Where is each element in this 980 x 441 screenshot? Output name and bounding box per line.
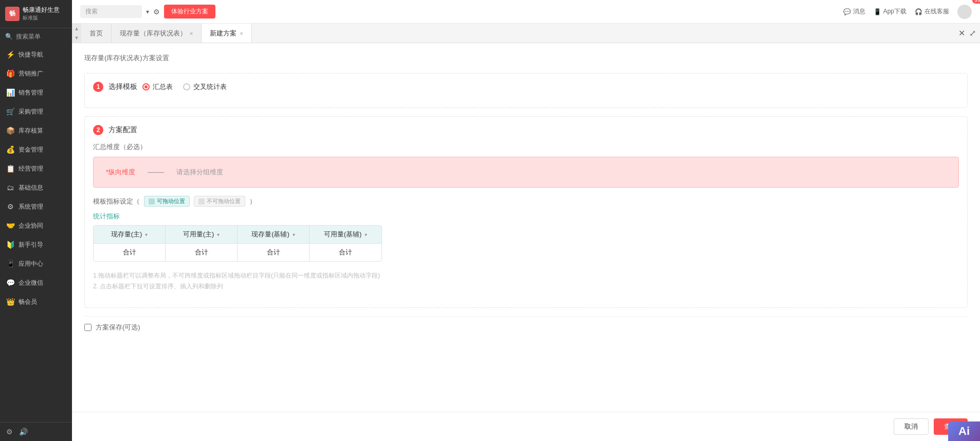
sidebar-item-wechat[interactable]: 💬 企业微信 bbox=[0, 273, 72, 292]
operations-icon: 📋 bbox=[6, 164, 14, 173]
tab-inventory[interactable]: 现存量（库存状况表） × bbox=[112, 24, 202, 43]
sidebar-nav: ⚡ 快捷导航 🎁 营销推广 📊 销售管理 🛒 采购管理 📦 库存核算 💰 资金管… bbox=[0, 45, 72, 422]
stat-col-1[interactable]: 现存量(主) ▾ bbox=[94, 226, 166, 243]
summary-dimension-label: 汇总维度（必选） bbox=[93, 142, 959, 152]
stat-col-1-label: 现存量(主) bbox=[111, 230, 142, 239]
ai-badge[interactable]: Ai bbox=[948, 421, 980, 441]
chevron-down-icon-1[interactable]: ▾ bbox=[145, 232, 148, 237]
stat-cell-3: 合计 bbox=[238, 244, 310, 261]
non-draggable-label: 不可拖动位置 bbox=[207, 197, 241, 205]
stat-col-2[interactable]: 可用量(主) ▾ bbox=[166, 226, 238, 243]
app-download-icon: 📱 bbox=[874, 8, 881, 15]
sidebar-item-label: 企业协同 bbox=[19, 222, 43, 230]
online-service-btn[interactable]: 🎧 在线客服 bbox=[915, 7, 949, 16]
sidebar-item-label: 采购管理 bbox=[19, 107, 43, 116]
chevron-down-icon-3[interactable]: ▾ bbox=[293, 232, 295, 237]
sidebar-item-label: 经营管理 bbox=[19, 164, 43, 173]
tab-inventory-label: 现存量（库存状况表） bbox=[120, 29, 187, 38]
sidebar-item-basic[interactable]: 🗂 基础信息 bbox=[0, 178, 72, 197]
non-draggable-color-box bbox=[198, 198, 205, 205]
marketing-icon: 🎁 bbox=[6, 69, 14, 78]
sidebar-item-cooperation[interactable]: 🤝 企业协同 bbox=[0, 216, 72, 235]
tab-home-label: 首页 bbox=[89, 29, 103, 38]
arrow-down-icon: ▼ bbox=[74, 35, 79, 41]
page-title: 现存量(库存状况表)方案设置 bbox=[84, 53, 968, 63]
dimension-placeholder: 请选择分组维度 bbox=[176, 168, 223, 177]
section-2: 2 方案配置 汇总维度（必选） *纵向维度 —— 请选择分组维度 模板指标设定（ bbox=[84, 116, 968, 308]
save-checkbox[interactable] bbox=[84, 324, 92, 331]
sidebar-item-purchase[interactable]: 🛒 采购管理 bbox=[0, 102, 72, 121]
section-1: 1 选择模板 汇总表 交叉统计表 bbox=[84, 73, 968, 108]
non-draggable-badge: 不可拖动位置 bbox=[194, 196, 245, 207]
tab-new-plan-close[interactable]: × bbox=[240, 30, 243, 36]
app-download-label: App下载 bbox=[883, 7, 906, 16]
sidebar-item-finance[interactable]: 💰 资金管理 bbox=[0, 140, 72, 159]
summary-dimension-section: 汇总维度（必选） *纵向维度 —— 请选择分组维度 bbox=[93, 142, 959, 188]
radio-summary-dot bbox=[142, 83, 150, 90]
radio-cross[interactable]: 交叉统计表 bbox=[183, 82, 227, 91]
close-window-icon[interactable]: ✕ bbox=[958, 28, 965, 38]
inventory-icon: 📦 bbox=[6, 126, 14, 135]
tab-home[interactable]: 首页 bbox=[81, 24, 112, 43]
trial-button[interactable]: 体验行业方案 bbox=[164, 5, 215, 19]
sidebar: 畅 畅康通好生意 标准版 🔍 搜索菜单 ⚡ 快捷导航 🎁 营销推广 📊 销售管理… bbox=[0, 0, 72, 441]
topbar-gear-icon[interactable]: ⚙ bbox=[153, 8, 160, 16]
system-icon: ⚙ bbox=[6, 203, 14, 211]
bottom-bar: 取消 查询 bbox=[72, 412, 980, 441]
template-radio-group: 汇总表 交叉统计表 bbox=[142, 82, 227, 91]
tips-section: 1.拖动标题栏可以调整布局，不可跨维度或指标区域拖动栏目字段(只能在同一维度或指… bbox=[93, 271, 959, 291]
sidebar-item-label: 系统管理 bbox=[19, 203, 43, 211]
settings-icon[interactable]: ⚙ bbox=[6, 428, 13, 436]
sidebar-footer: ⚙ 🔊 bbox=[0, 422, 72, 441]
radio-cross-dot bbox=[183, 83, 190, 90]
section-1-number: 1 bbox=[93, 82, 103, 92]
app-download-btn[interactable]: 📱 App下载 bbox=[874, 7, 906, 16]
user-avatar[interactable] bbox=[957, 5, 972, 19]
stat-table: 现存量(主) ▾ 可用量(主) ▾ 现存量(基辅) ▾ bbox=[93, 225, 382, 262]
sidebar-item-appcenter[interactable]: 📱 应用中心 bbox=[0, 254, 72, 273]
sidebar-search[interactable]: 🔍 搜索菜单 bbox=[0, 28, 72, 45]
expand-window-icon[interactable]: ⤢ bbox=[969, 28, 976, 38]
section-2-number: 2 bbox=[93, 125, 103, 135]
purchase-icon: 🛒 bbox=[6, 107, 14, 116]
tip-2: 2. 点击标题栏下拉可设置排序、插入列和删除列 bbox=[93, 282, 959, 291]
audio-icon[interactable]: 🔊 bbox=[19, 428, 28, 436]
tab-inventory-close[interactable]: × bbox=[190, 30, 193, 36]
chevron-down-icon-2[interactable]: ▾ bbox=[217, 232, 220, 237]
topbar-dropdown-icon[interactable]: ▾ bbox=[146, 8, 149, 15]
message-badge: 99+ bbox=[972, 0, 980, 4]
main-area: 搜索 ▾ ⚙ 体验行业方案 💬 消息 99+ 📱 App下载 🎧 在线客服 bbox=[72, 0, 980, 441]
stat-col-4[interactable]: 可用量(基辅) ▾ bbox=[310, 226, 382, 243]
sidebar-item-marketing[interactable]: 🎁 营销推广 bbox=[0, 64, 72, 83]
scroll-up-arrow[interactable]: ▲ ▼ bbox=[72, 24, 81, 43]
sidebar-item-quick-nav[interactable]: ⚡ 快捷导航 bbox=[0, 45, 72, 64]
sidebar-item-inventory[interactable]: 📦 库存核算 bbox=[0, 121, 72, 140]
sidebar-item-newbie[interactable]: 🔰 新手引导 bbox=[0, 235, 72, 254]
message-btn[interactable]: 💬 消息 99+ bbox=[843, 7, 865, 16]
sidebar-item-sales[interactable]: 📊 销售管理 bbox=[0, 83, 72, 102]
sidebar-item-operations[interactable]: 📋 经营管理 bbox=[0, 159, 72, 178]
sidebar-item-member[interactable]: 👑 畅会员 bbox=[0, 292, 72, 311]
sidebar-item-label: 销售管理 bbox=[19, 88, 43, 97]
stat-col-3[interactable]: 现存量(基辅) ▾ bbox=[238, 226, 310, 243]
stat-table-row-1: 合计 合计 合计 合计 bbox=[94, 243, 382, 261]
tab-new-plan[interactable]: 新建方案 × bbox=[202, 24, 251, 43]
cancel-button[interactable]: 取消 bbox=[894, 418, 929, 435]
topbar-right: 💬 消息 99+ 📱 App下载 🎧 在线客服 bbox=[843, 5, 972, 19]
app-logo: 畅 畅康通好生意 标准版 bbox=[0, 0, 72, 28]
sidebar-item-label: 企业微信 bbox=[19, 279, 43, 287]
win-controls: ✕ ⤢ bbox=[958, 24, 980, 43]
finance-icon: 💰 bbox=[6, 145, 14, 154]
online-service-label: 在线客服 bbox=[924, 7, 949, 16]
top-bar: 搜索 ▾ ⚙ 体验行业方案 💬 消息 99+ 📱 App下载 🎧 在线客服 bbox=[72, 0, 980, 24]
basic-icon: 🗂 bbox=[6, 183, 14, 192]
radio-summary-label: 汇总表 bbox=[153, 82, 173, 91]
sidebar-item-system[interactable]: ⚙ 系统管理 bbox=[0, 197, 72, 216]
dimension-area[interactable]: *纵向维度 —— 请选择分组维度 bbox=[93, 157, 959, 188]
message-icon: 💬 bbox=[843, 8, 851, 15]
tab-bar: ▲ ▼ 首页 现存量（库存状况表） × 新建方案 × ✕ ⤢ bbox=[72, 24, 980, 43]
chevron-down-icon-4[interactable]: ▾ bbox=[365, 232, 367, 237]
radio-summary[interactable]: 汇总表 bbox=[142, 82, 173, 91]
quick-nav-icon: ⚡ bbox=[6, 50, 14, 59]
newbie-icon: 🔰 bbox=[6, 241, 14, 249]
